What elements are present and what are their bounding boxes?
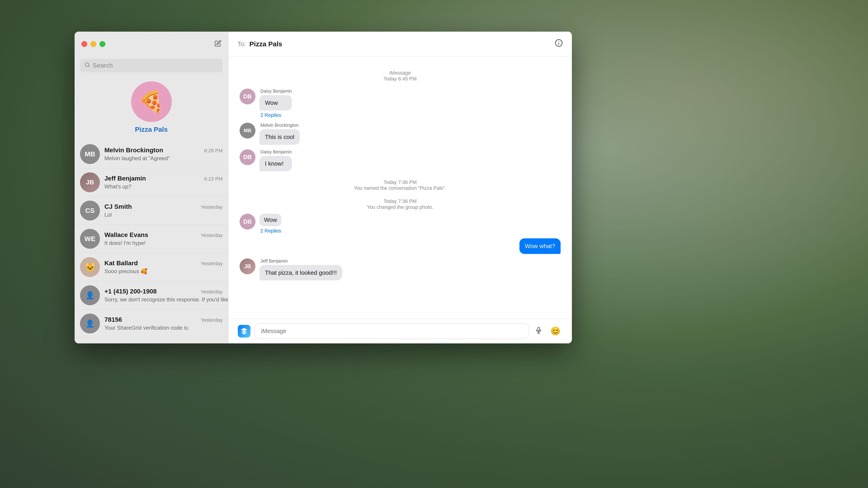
message-input[interactable] — [254, 323, 529, 339]
close-button[interactable] — [81, 41, 87, 47]
messages-container: iMessage Today 6:45 PM DB Daisy Benjamin… — [228, 57, 572, 319]
conv-preview-78156: Your ShareGrid verification code is: — [104, 325, 189, 331]
conv-preview-wallace: It does! I'm hype! — [104, 240, 146, 246]
conv-header-jeff: Jeff Benjamin 6:23 PM — [104, 175, 223, 182]
msg-sender-melvin: Melvin Brockington — [259, 123, 300, 128]
avatar-melvin-msg: MB — [240, 123, 255, 138]
conversation-item-melvin[interactable]: MB Melvin Brockington 6:26 PM Melvin lau… — [74, 140, 228, 168]
group-avatar: 🍕 — [131, 81, 172, 122]
conversation-item-wallace[interactable]: WE Wallace Evans Yesterday It does! I'm … — [74, 225, 228, 253]
replies-link-reaction[interactable]: 2 Replies — [259, 228, 281, 234]
conv-preview-kat: Sooo precious 🥰 — [104, 268, 147, 274]
titlebar — [74, 32, 228, 57]
avatar-daisy-iknow: DB — [240, 149, 255, 165]
conv-preview-jeff: What's up? — [104, 184, 131, 190]
group-emoji: 🍕 — [139, 90, 164, 113]
outgoing-wow-what: Wow what? — [240, 238, 561, 254]
conversation-item-kat[interactable]: 🐱 Kat Ballard Yesterday Sooo precious 🥰 — [74, 253, 228, 281]
conv-content-wallace: Wallace Evans Yesterday It does! I'm hyp… — [104, 231, 223, 246]
avatar-melvin: MB — [80, 144, 100, 164]
conv-name-78156: 78156 — [104, 316, 122, 323]
avatar-78156: 👤 — [80, 314, 100, 333]
app-store-button[interactable] — [237, 324, 251, 338]
conversation-item-phone[interactable]: 👤 +1 (415) 200-1908 Yesterday Sorry, we … — [74, 281, 228, 310]
msg-sender-daisy-iknow: Daisy Benjamin — [259, 149, 292, 155]
msg-bubble-wow: Wow — [259, 95, 292, 110]
group-name: Pizza Pals — [135, 126, 168, 133]
conv-content-jeff: Jeff Benjamin 6:23 PM What's up? — [104, 175, 223, 190]
msg-bubble-cool: This is cool — [259, 129, 300, 144]
to-label: To: — [237, 40, 246, 48]
search-input[interactable]: Search — [93, 62, 113, 69]
message-group-daisy-wow: DB Daisy Benjamin Wow 2 Replies — [240, 89, 561, 118]
traffic-lights — [81, 41, 105, 47]
conv-time-kat: Yesterday — [201, 261, 223, 267]
msg-content-daisy-iknow: Daisy Benjamin I know! — [259, 149, 292, 171]
chat-area: To: Pizza Pals iMessage Today 6:45 PM DB — [228, 32, 572, 344]
conv-header-kat: Kat Ballard Yesterday — [104, 260, 223, 267]
system-msg-name: Today 7:36 PM You named the conversation… — [240, 180, 561, 191]
voice-button[interactable] — [533, 324, 545, 338]
wow-reaction-bubble: Wow — [259, 214, 281, 226]
maximize-button[interactable] — [99, 41, 105, 47]
conversation-item-jeff[interactable]: JB Jeff Benjamin 6:23 PM What's up? — [74, 168, 228, 197]
conv-content-kat: Kat Ballard Yesterday Sooo precious 🥰 — [104, 260, 223, 274]
svg-line-1 — [88, 66, 89, 67]
chat-group-name: Pizza Pals — [249, 40, 282, 48]
message-group-melvin: MB Melvin Brockington This is cool — [240, 123, 561, 144]
reaction-content: Wow 2 Replies — [259, 214, 281, 234]
conversation-list: MB Melvin Brockington 6:26 PM Melvin lau… — [74, 140, 228, 344]
emoji-button[interactable]: 😊 — [548, 324, 563, 338]
compose-button[interactable] — [215, 40, 221, 48]
system-text-name: You named the conversation "Pizza Pals". — [240, 185, 561, 191]
conv-time-wallace: Yesterday — [201, 232, 223, 238]
system-time-1: Today 7:36 PM — [240, 180, 561, 185]
avatar-daisy-reaction: DB — [240, 214, 255, 230]
minimize-button[interactable] — [90, 41, 96, 47]
wow-reaction-thread: DB Wow 2 Replies — [240, 214, 561, 234]
chat-header: To: Pizza Pals — [228, 32, 572, 57]
msg-content-jeff: Jeff Benjamin That pizza, it looked good… — [259, 258, 342, 281]
conv-time-melvin: 6:26 PM — [204, 148, 223, 154]
avatar-jeff-msg: JB — [240, 258, 255, 274]
msg-bubble-iknow: I know! — [259, 156, 292, 171]
conv-content-cj: CJ Smith Yesterday Lol — [104, 203, 223, 218]
sidebar: Search 🍕 Pizza Pals MB Melvin Brockingto… — [74, 32, 228, 344]
search-bar[interactable]: Search — [80, 59, 223, 72]
conv-header-78156: 78156 Yesterday — [104, 316, 223, 323]
conv-header-melvin: Melvin Brockington 6:26 PM — [104, 147, 223, 154]
conv-preview-phone: Sorry, we don't recognize this response.… — [104, 296, 228, 302]
svg-rect-5 — [538, 327, 539, 331]
avatar-cj: CS — [80, 201, 100, 221]
avatar-phone: 👤 — [80, 285, 100, 305]
msg-content-melvin: Melvin Brockington This is cool — [259, 123, 300, 144]
chat-title-section: To: Pizza Pals — [237, 40, 282, 48]
conversation-item-78156[interactable]: 👤 78156 Yesterday Your ShareGrid verific… — [74, 310, 228, 338]
conv-preview-melvin: Melvin laughed at "Agreed" — [104, 155, 170, 161]
replies-link-wow[interactable]: 2 Replies — [259, 112, 292, 118]
avatar-wallace: WE — [80, 229, 100, 249]
info-button[interactable] — [555, 39, 563, 49]
msg-bubble-pizza: That pizza, it looked good!!! — [259, 265, 342, 281]
conv-name-kat: Kat Ballard — [104, 260, 138, 267]
timestamp-today-645: Today 6:45 PM — [240, 76, 561, 82]
conv-name-cj: CJ Smith — [104, 203, 132, 210]
conv-header-phone: +1 (415) 200-1908 Yesterday — [104, 288, 223, 295]
conv-name-melvin: Melvin Brockington — [104, 147, 163, 154]
messages-window: Search 🍕 Pizza Pals MB Melvin Brockingto… — [74, 32, 572, 344]
msg-sender-jeff: Jeff Benjamin — [259, 258, 342, 264]
system-msg-photo: Today 7:36 PM You changed the group phot… — [240, 198, 561, 210]
conv-content-78156: 78156 Yesterday Your ShareGrid verificat… — [104, 316, 223, 331]
conversation-item-cj[interactable]: CS CJ Smith Yesterday Lol — [74, 197, 228, 225]
message-group-jeff: JB Jeff Benjamin That pizza, it looked g… — [240, 258, 561, 281]
message-group-daisy-iknow: DB Daisy Benjamin I know! — [240, 149, 561, 171]
msg-content-daisy-wow: Daisy Benjamin Wow 2 Replies — [259, 89, 292, 118]
conv-preview-cj: Lol — [104, 212, 112, 218]
avatar-daisy-wow: DB — [240, 89, 255, 104]
conv-time-phone: Yesterday — [201, 289, 223, 295]
system-time-2: Today 7:36 PM — [240, 198, 561, 204]
timestamp-imessage: iMessage Today 6:45 PM — [240, 70, 561, 82]
conv-content-phone: +1 (415) 200-1908 Yesterday Sorry, we do… — [104, 288, 223, 303]
avatar-kat: 🐱 — [80, 257, 100, 277]
conv-time-78156: Yesterday — [201, 317, 223, 323]
